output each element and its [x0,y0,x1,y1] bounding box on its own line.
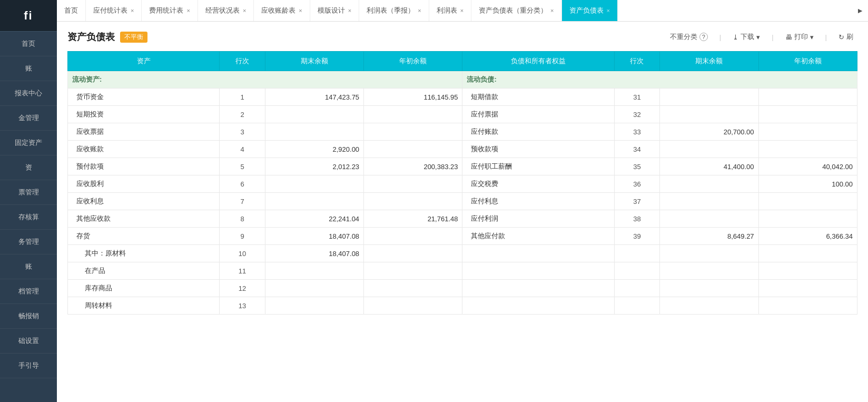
sidebar-item-ledger[interactable]: 账 [0,254,57,279]
tab-home[interactable]: 首页 [57,0,86,21]
tab-balance-reclassified-label: 资产负债表（重分类） [479,6,547,15]
row-num: 1 [220,89,265,106]
tab-profit-quarterly-close[interactable]: × [418,7,421,14]
row-num: 2 [220,106,265,123]
sidebar-item-fund[interactable]: 金管理 [0,106,57,131]
year-start-balance [364,106,462,123]
refresh-btn[interactable]: ↻ 刷 [834,30,857,44]
year-start-balance2 [758,297,857,315]
row-num: 3 [220,123,265,141]
end-balance2: 20,700.00 [660,123,758,141]
end-balance [265,280,363,297]
tab-operation-status-label: 经营状况表 [205,6,240,15]
sidebar-item-guide[interactable]: 手引导 [0,354,57,378]
refresh-icon: ↻ [839,33,844,41]
table-row: 其他应收款 8 22,241.04 21,761.48 应付利润 38 [68,210,857,228]
tab-receivable-aging[interactable]: 应收账龄表 × [254,0,310,21]
sidebar-item-report-center[interactable]: 报表中心 [0,81,57,106]
tab-payable-stats-label: 应付统计表 [93,6,127,15]
tab-expense-stats-label: 费用统计表 [149,6,183,15]
tab-scroll-arrow[interactable]: ► [852,0,868,21]
tab-expense-stats[interactable]: 费用统计表 × [142,0,198,21]
asset-name: 应收账款 [68,141,220,158]
tab-balance-sheet[interactable]: 资产负债表 × [562,0,618,21]
end-balance: 22,241.04 [265,210,363,228]
row-num2 [614,262,659,280]
row-num: 10 [220,245,265,262]
liability-name: 应付职工薪酬 [462,158,614,175]
year-start-balance [364,262,462,280]
asset-name: 库存商品 [68,280,220,297]
sidebar-item-capital[interactable]: 资 [0,155,57,180]
year-start-balance [364,141,462,158]
tab-template-design-close[interactable]: × [348,7,351,14]
year-start-balance2 [758,262,857,280]
divider3: | [825,33,827,41]
year-start-balance2: 6,366.34 [758,228,857,245]
end-balance: 147,423.75 [265,89,363,106]
help-icon[interactable]: ? [699,33,708,41]
row-num2 [614,280,659,297]
tab-operation-status-close[interactable]: × [243,7,246,14]
asset-name: 在产品 [68,262,220,280]
tab-balance-sheet-close[interactable]: × [607,7,610,14]
classify-btn[interactable]: 不重分类 ? [666,30,712,44]
year-start-balance [364,175,462,193]
print-btn[interactable]: 🖶 打印 ▾ [781,30,818,44]
year-start-balance2: 100.00 [758,175,857,193]
asset-name: 周转材料 [68,297,220,315]
row-num: 9 [220,228,265,245]
sidebar-item-fixed-assets[interactable]: 固定资产 [0,131,57,155]
asset-name: 应收股利 [68,175,220,193]
row-num2: 35 [614,158,659,175]
table-row: 短期投资 2 应付票据 32 [68,106,857,123]
sidebar-item-tax[interactable]: 务管理 [0,230,57,254]
end-balance2: 41,400.00 [660,158,758,175]
tab-receivable-aging-label: 应收账龄表 [261,6,295,15]
year-start-balance2 [758,210,857,228]
table-row: 应收利息 7 应付利息 37 [68,193,857,210]
year-start-balance2 [758,245,857,262]
asset-name: 应收利息 [68,193,220,210]
liability-name: 应付利息 [462,193,614,210]
end-balance [265,123,363,141]
asset-name: 货币资金 [68,89,220,106]
sidebar-item-home[interactable]: 首页 [0,32,57,56]
tab-expense-stats-close[interactable]: × [186,7,190,14]
tab-balance-reclassified[interactable]: 资产负债表（重分类） × [471,0,561,21]
sidebar-item-settings[interactable]: 础设置 [0,329,57,354]
tab-payable-stats-close[interactable]: × [131,7,134,14]
tab-balance-reclassified-close[interactable]: × [550,7,554,14]
year-start-balance2 [758,106,857,123]
end-balance: 2,920.00 [265,141,363,158]
tab-receivable-aging-close[interactable]: × [299,7,302,14]
liability-name: 其他应付款 [462,228,614,245]
download-chevron: ▾ [756,33,760,41]
end-balance: 2,012.23 [265,158,363,175]
tab-template-design[interactable]: 模版设计 × [310,0,359,21]
sidebar-item-archive[interactable]: 档管理 [0,279,57,304]
sidebar-item-inventory[interactable]: 存核算 [0,205,57,230]
row-num: 4 [220,141,265,158]
download-btn[interactable]: ⤓ 下载 ▾ [728,30,764,44]
tab-payable-stats[interactable]: 应付统计表 × [86,0,142,21]
year-start-balance [364,123,462,141]
table-section-row: 流动资产: 流动负债: [68,71,857,89]
table-row: 在产品 11 [68,262,857,280]
header-asset: 资产 [68,52,220,71]
balance-sheet-table: 资产 行次 期末余额 年初余额 负债和所有者权益 行次 期末余额 年初余额 流动… [67,51,857,315]
tab-profit[interactable]: 利润表 × [429,0,471,21]
header-row-num2: 行次 [614,52,659,71]
sidebar-item-ticket[interactable]: 票管理 [0,180,57,205]
year-start-balance2: 40,042.00 [758,158,857,175]
tab-home-label: 首页 [64,6,78,15]
tab-operation-status[interactable]: 经营状况表 × [198,0,254,21]
tab-profit-close[interactable]: × [460,7,463,14]
liability-name [462,280,614,297]
tab-profit-quarterly[interactable]: 利润表（季报） × [359,0,429,21]
sidebar-item-account[interactable]: 账 [0,56,57,81]
end-balance [265,193,363,210]
sidebar-item-expense[interactable]: 畅报销 [0,304,57,329]
row-num: 8 [220,210,265,228]
row-num2: 36 [614,175,659,193]
